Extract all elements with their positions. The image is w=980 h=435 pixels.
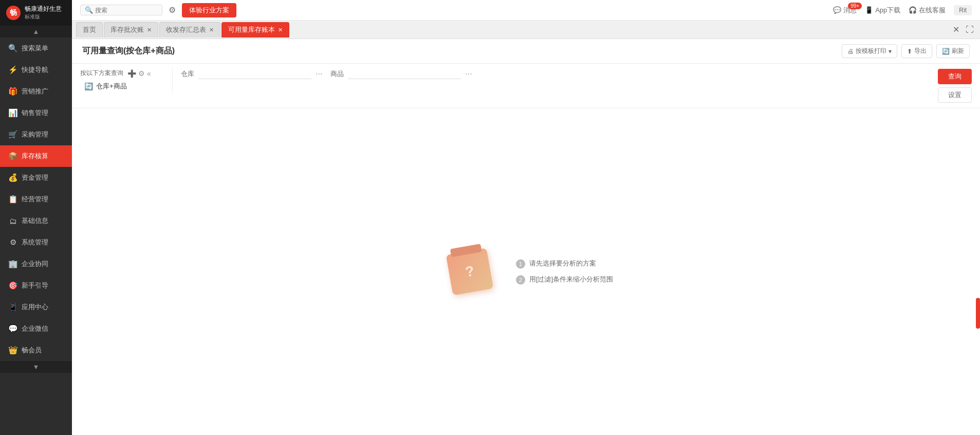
edit-scheme-icon[interactable]: ⚙ (138, 69, 145, 78)
sidebar-item-basic-info[interactable]: 🗂 基础信息 (0, 210, 72, 232)
main-area: 🔍 ⚙ 体验行业方案 💬 消息 99+ 📱 App下载 🎧 在线客服 Rit (72, 0, 980, 435)
sidebar-scroll-down[interactable]: ▼ (0, 361, 72, 373)
tab-inventory-batch-close[interactable]: ✕ (147, 27, 152, 33)
scheme-item-warehouse-product[interactable]: 🔄 仓库+商品 (80, 80, 164, 93)
product-more-icon[interactable]: ··· (465, 69, 472, 79)
warehouse-more-icon[interactable]: ··· (316, 69, 322, 79)
warehouse-input[interactable] (198, 69, 311, 79)
filter-scheme-panel: 按以下方案查询 ➕ ⚙ « 🔄 仓库+商品 (80, 69, 173, 93)
box-icon: 📦 (8, 152, 17, 161)
sidebar-item-system[interactable]: ⚙ 系统管理 (0, 232, 72, 253)
download-icon: 📱 (865, 6, 873, 14)
step-1-badge: 1 (516, 259, 525, 269)
sidebar-item-label: 销售管理 (22, 108, 48, 118)
tab-available-qty[interactable]: 可用量库存账本 ✕ (221, 22, 289, 37)
settings-icon[interactable]: ⚙ (169, 5, 176, 15)
export-button[interactable]: ⬆ 导出 (901, 44, 932, 58)
sidebar-item-label: 新手引导 (22, 281, 48, 290)
crown-icon: 👑 (8, 346, 17, 355)
user-info[interactable]: Rit (954, 5, 972, 15)
empty-hint-2-text: 用[过滤]条件来缩小分析范围 (529, 275, 613, 284)
product-input[interactable] (348, 69, 461, 79)
folder-icon: 🗂 (8, 217, 17, 225)
sidebar-item-finance[interactable]: 💰 资金管理 (0, 167, 72, 188)
sidebar-item-label: 系统管理 (22, 238, 48, 247)
sidebar-item-app-center[interactable]: 📱 应用中心 (0, 296, 72, 318)
scheme-action-icons: ➕ ⚙ « (127, 69, 151, 78)
tab-receipt-summary[interactable]: 收发存汇总表 ✕ (159, 22, 220, 37)
chevron-down-icon: ▾ (889, 48, 892, 55)
sidebar-item-member[interactable]: 👑 畅会员 (0, 339, 72, 361)
building-icon: 🏢 (8, 259, 17, 269)
empty-hint-1: 1 请先选择要分析的方案 (516, 259, 613, 269)
gift-icon: 🎁 (8, 87, 17, 96)
scheme-item-label: 仓库+商品 (96, 82, 127, 91)
search-icon: 🔍 (8, 44, 17, 53)
page-header: 可用量查询(按仓库+商品) 🖨 按模板打印 ▾ ⬆ 导出 🔄 刷新 (72, 39, 980, 64)
tab-receipt-summary-close[interactable]: ✕ (209, 27, 214, 33)
scheme-icon: 🔄 (84, 82, 93, 90)
expand-tab-icon[interactable]: ⛶ (964, 24, 976, 35)
settings-button[interactable]: 设置 (938, 87, 972, 103)
empty-hint-1-text: 请先选择要分析的方案 (529, 259, 596, 268)
tab-home[interactable]: 首页 (76, 22, 103, 37)
message-button[interactable]: 💬 消息 99+ (833, 6, 857, 15)
app-download-label: App下载 (875, 6, 900, 15)
sidebar-item-newbie[interactable]: 🎯 新手引导 (0, 275, 72, 296)
export-label: 导出 (914, 47, 927, 55)
query-button[interactable]: 查询 (938, 69, 972, 84)
right-scroll-indicator (976, 298, 980, 329)
money-icon: 💰 (8, 173, 17, 182)
refresh-button[interactable]: 🔄 刷新 (936, 44, 970, 58)
sidebar-item-label: 快捷导航 (22, 65, 48, 74)
sidebar-item-label: 基础信息 (22, 216, 48, 225)
tab-available-qty-close[interactable]: ✕ (278, 27, 283, 33)
sidebar-item-inventory[interactable]: 📦 库存核算 (0, 145, 72, 167)
app-download-button[interactable]: 📱 App下载 (865, 6, 900, 15)
product-label: 商品 (330, 69, 344, 79)
template-print-button[interactable]: 🖨 按模板打印 ▾ (842, 44, 897, 58)
sidebar-item-shortcut[interactable]: ⚡ 快捷导航 (0, 59, 72, 81)
sidebar-item-purchase[interactable]: 🛒 采购管理 (0, 124, 72, 145)
topbar-right: 💬 消息 99+ 📱 App下载 🎧 在线客服 Rit (833, 5, 972, 15)
sidebar-item-sales[interactable]: 📊 销售管理 (0, 102, 72, 124)
trial-button[interactable]: 体验行业方案 (182, 3, 236, 17)
empty-illustration (439, 241, 501, 302)
close-tab-icon[interactable]: ✕ (951, 24, 961, 35)
filter-fields-panel: 仓库 ··· 商品 ··· (181, 69, 930, 79)
filter-field-warehouse: 仓库 ··· (181, 69, 322, 79)
search-input[interactable] (95, 7, 152, 14)
app-logo-icon: 畅 (6, 6, 21, 20)
sidebar-item-label: 采购管理 (22, 130, 48, 139)
tab-receipt-summary-label: 收发存汇总表 (166, 25, 206, 34)
tabs-bar: 首页 库存批次账 ✕ 收发存汇总表 ✕ 可用量库存账本 ✕ ✕ ⛶ (72, 21, 980, 39)
refresh-label: 刷新 (952, 47, 964, 55)
sidebar-item-operation[interactable]: 📋 经营管理 (0, 188, 72, 210)
online-service-label: 在线客服 (919, 6, 946, 15)
online-service-button[interactable]: 🎧 在线客服 (909, 6, 946, 15)
sidebar-item-marketing[interactable]: 🎁 营销推广 (0, 81, 72, 102)
sidebar-item-wechat[interactable]: 💬 企业微信 (0, 318, 72, 339)
sidebar-item-enterprise[interactable]: 🏢 企业协同 (0, 253, 72, 275)
message-icon: 💬 (833, 6, 841, 14)
sidebar-item-label: 库存核算 (22, 152, 48, 161)
tab-inventory-batch[interactable]: 库存批次账 ✕ (104, 22, 158, 37)
step-2-badge: 2 (516, 275, 525, 285)
tab-inventory-batch-label: 库存批次账 (110, 25, 144, 34)
search-icon: 🔍 (85, 6, 93, 14)
empty-hint-2: 2 用[过滤]条件来缩小分析范围 (516, 275, 613, 285)
app-badge: 标准版 (25, 13, 62, 21)
gear-icon: ⚙ (8, 238, 17, 247)
filter-row-1: 仓库 ··· 商品 ··· (181, 69, 930, 79)
empty-text: 1 请先选择要分析的方案 2 用[过滤]条件来缩小分析范围 (516, 259, 613, 285)
filter-scheme-label: 按以下方案查询 (80, 69, 123, 78)
add-scheme-icon[interactable]: ➕ (127, 69, 136, 78)
page-title: 可用量查询(按仓库+商品) (82, 46, 175, 56)
warehouse-label: 仓库 (181, 69, 194, 79)
sidebar-scroll-up[interactable]: ▲ (0, 26, 72, 37)
sidebar-item-search[interactable]: 🔍 搜索菜单 (0, 37, 72, 59)
message-count-badge: 99+ (848, 3, 862, 9)
collapse-scheme-icon[interactable]: « (147, 69, 151, 78)
sidebar-item-label: 应用中心 (22, 302, 48, 312)
sidebar-item-label: 经营管理 (22, 195, 48, 204)
